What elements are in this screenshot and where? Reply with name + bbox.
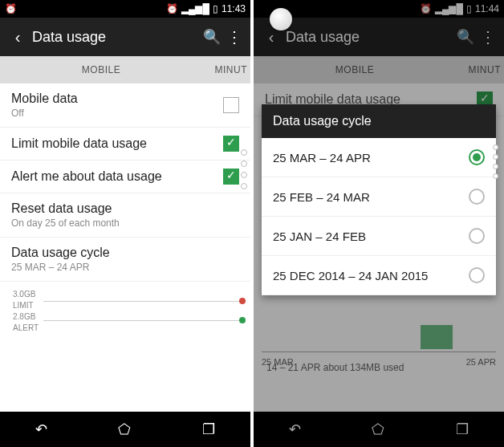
chart-label-limit-tag: LIMIT	[13, 301, 34, 310]
cycle-dialog: Data usage cycle 25 MAR – 24 APR 25 FEB …	[262, 104, 496, 295]
chart-limit-line[interactable]	[43, 301, 242, 302]
chart-alert-line[interactable]	[43, 320, 242, 321]
overflow-menu-icon[interactable]: ⋮	[225, 27, 244, 47]
tab-minutes[interactable]: MINUT	[456, 56, 504, 83]
mobile-data-checkbox[interactable]	[223, 97, 239, 113]
scroll-dot	[241, 183, 247, 189]
row-alert-data-usage[interactable]: Alert me about data usage	[0, 161, 250, 193]
overflow-menu-icon[interactable]: ⋮	[478, 27, 498, 47]
alert-checkbox[interactable]	[223, 169, 239, 185]
nav-bar: ↶ ⬠ ❐	[254, 412, 504, 447]
chart-label-alert-tag: ALERT	[13, 323, 39, 332]
app-bar: ‹ Data usage 🔍 ⋮	[0, 18, 250, 56]
clock-time: 11:43	[222, 3, 246, 14]
scroll-indicator-dots	[241, 149, 250, 189]
battery-icon: ▯	[466, 4, 472, 14]
status-bar: ⏰ ⏰ ▂▄▆█ ▯ 11:43	[0, 0, 250, 18]
clock-time: 11:44	[475, 3, 499, 14]
row-title: Reset data usage	[11, 201, 239, 216]
tabs: MOBILE MINUT	[0, 56, 250, 83]
row-reset-data-usage[interactable]: Reset data usage On day 25 of each month	[0, 193, 250, 238]
dialog-title: Data usage cycle	[262, 104, 496, 138]
cycle-option-3[interactable]: 25 DEC 2014 – 24 JAN 2015	[262, 256, 496, 295]
dialog-scroll-dots	[493, 144, 498, 179]
battery-icon: ▯	[213, 4, 218, 14]
nav-back-icon[interactable]: ↶	[35, 421, 47, 438]
radio-selected[interactable]	[469, 149, 485, 165]
phone-left: ⏰ ⏰ ▂▄▆█ ▯ 11:43 ‹ Data usage 🔍 ⋮ MOBILE…	[0, 0, 250, 447]
nav-back-icon[interactable]: ↶	[289, 421, 301, 438]
scroll-dot	[241, 172, 247, 178]
cycle-option-label: 25 FEB – 24 MAR	[273, 190, 370, 204]
cycle-option-1[interactable]: 25 FEB – 24 MAR	[262, 177, 496, 217]
radio[interactable]	[469, 228, 485, 244]
tab-minutes[interactable]: MINUT	[202, 56, 250, 83]
settings-list: Mobile data Off Limit mobile data usage …	[0, 83, 250, 412]
row-subtitle: On day 25 of each month	[11, 217, 239, 229]
back-button[interactable]: ‹	[6, 28, 29, 47]
nav-bar: ↶ ⬠ ❐	[0, 412, 250, 447]
usage-caption: 14 – 21 APR about 134MB used	[266, 362, 404, 373]
radio[interactable]	[469, 189, 485, 205]
scroll-dot	[241, 149, 247, 156]
cycle-option-2[interactable]: 25 JAN – 24 FEB	[262, 217, 496, 256]
row-limit-mobile-data[interactable]: Limit mobile data usage	[0, 128, 250, 161]
row-title: Limit mobile data usage	[11, 136, 223, 151]
radio[interactable]	[469, 267, 485, 283]
row-title: Data usage cycle	[11, 246, 239, 260]
row-mobile-data[interactable]: Mobile data Off	[0, 83, 250, 128]
row-data-usage-cycle[interactable]: Data usage cycle 25 MAR – 24 APR	[0, 238, 250, 282]
nav-home-icon[interactable]: ⬠	[118, 421, 131, 438]
phone-right: ⏰ ▂▄▆█ ▯ 11:44 ‹ Data usage 🔍 ⋮ MOBILE M…	[254, 0, 504, 447]
alarm-icon: ⏰	[420, 3, 432, 14]
signal-icon: ▂▄▆█	[181, 4, 209, 14]
alarm-icon: ⏰	[5, 4, 17, 14]
cycle-option-label: 25 DEC 2014 – 24 JAN 2015	[273, 269, 428, 282]
assistive-touch-icon[interactable]	[270, 8, 292, 30]
nav-recent-icon[interactable]: ❐	[456, 421, 469, 438]
scroll-dot	[241, 161, 247, 167]
usage-chart: 3.0GB LIMIT 2.8GB ALERT	[0, 282, 250, 362]
search-icon[interactable]: 🔍	[199, 28, 225, 46]
cycle-option-0[interactable]: 25 MAR – 24 APR	[262, 138, 496, 177]
page-title: Data usage	[29, 29, 199, 46]
signal-icon: ▂▄▆█	[435, 4, 463, 14]
chart-x-end: 25 APR	[466, 357, 496, 367]
usage-bar	[421, 325, 453, 349]
tabs: MOBILE MINUT	[254, 56, 504, 83]
usage-chart-bg: 25 MAR 25 APR	[262, 283, 496, 372]
row-subtitle: Off	[11, 108, 223, 119]
nav-recent-icon[interactable]: ❐	[202, 421, 215, 438]
chart-label-limit-val: 3.0GB	[13, 290, 35, 299]
chart-label-alert-val: 2.8GB	[13, 312, 35, 321]
row-subtitle: 25 MAR – 24 APR	[11, 262, 239, 273]
nav-home-icon[interactable]: ⬠	[372, 421, 384, 438]
tab-mobile[interactable]: MOBILE	[0, 56, 202, 83]
search-icon[interactable]: 🔍	[453, 28, 478, 46]
cycle-option-label: 25 JAN – 24 FEB	[273, 230, 366, 243]
limit-checkbox[interactable]	[223, 136, 239, 152]
row-title: Alert me about data usage	[11, 169, 223, 184]
page-title: Data usage	[282, 29, 453, 46]
alarm-icon-2: ⏰	[166, 3, 178, 14]
chart-limit-handle[interactable]	[239, 298, 246, 304]
chart-alert-handle[interactable]	[239, 317, 246, 323]
row-title: Mobile data	[11, 91, 223, 106]
tab-mobile[interactable]: MOBILE	[254, 56, 456, 83]
cycle-option-label: 25 MAR – 24 APR	[273, 151, 371, 165]
